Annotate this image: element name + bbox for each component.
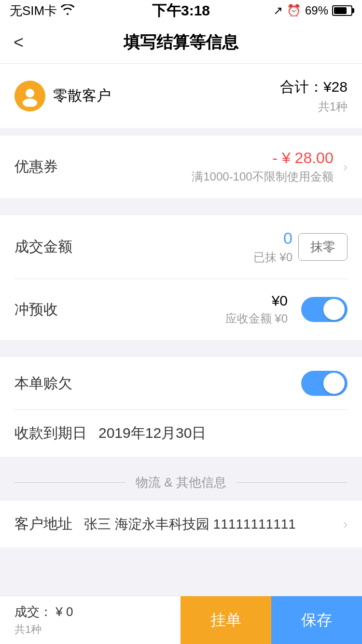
section-separator-1 [0,206,362,215]
hang-button[interactable]: 挂单 [181,596,271,644]
prepay-row: 冲预收 ¥0 应收金额 ¥0 [0,279,362,340]
wifi-icon [61,3,74,18]
total-amount: 合计：¥28 [280,77,348,97]
coupon-row[interactable]: 优惠券 - ¥ 28.00 满1000-100不限制使用金额 › [0,136,362,198]
prepay-toggle[interactable] [301,297,348,322]
address-row[interactable]: 客户地址 张三 海淀永丰科技园 11111111111 › [0,501,362,547]
bottom-summary: 成交： ¥ 0 共1种 [0,603,181,637]
logistics-label: 物流 & 其他信息 [136,474,226,491]
deal-amount-sub: 已抹 ¥0 [253,250,292,265]
due-date-label: 收款到期日 [14,423,87,443]
battery-icon [332,5,352,16]
chevron-right-icon: › [343,159,348,175]
debt-section: 本单赊欠 收款到期日 2019年12月30日 [0,357,362,457]
due-date-value: 2019年12月30日 [98,423,206,443]
coupon-amount: - ¥ 28.00 [192,149,333,167]
address-section[interactable]: 客户地址 张三 海淀永丰科技园 11111111111 › [0,501,362,547]
deal-amount-label: 成交金额 [14,237,72,257]
logistics-line-left [14,482,126,483]
customer-left: 零散客户 [14,81,111,112]
coupon-label: 优惠券 [14,157,58,177]
customer-right: 合计：¥28 共1种 [280,77,348,114]
toggle-knob [323,299,345,320]
coupon-right: - ¥ 28.00 满1000-100不限制使用金额 › [192,149,348,184]
total-count: 共1种 [280,99,348,114]
prepay-amount: ¥0 [272,293,288,309]
bottom-bar: 成交： ¥ 0 共1种 挂单 保存 [0,596,362,644]
prepay-right: ¥0 应收金额 ¥0 [225,293,348,326]
bottom-deal-label: 成交： ¥ 0 [14,603,166,620]
prepay-sub: 应收金额 ¥0 [225,311,288,326]
avatar [14,81,45,112]
customer-section: 零散客户 合计：¥28 共1种 [0,64,362,128]
logistics-section: 物流 & 其他信息 [0,464,362,501]
bottom-count-label: 共1种 [14,622,166,637]
customer-name: 零散客户 [53,86,111,106]
coupon-section[interactable]: 优惠券 - ¥ 28.00 满1000-100不限制使用金额 › [0,136,362,198]
deal-amount-section: 成交金额 0 已抹 ¥0 抹零 冲预收 ¥0 应收金额 ¥0 [0,215,362,340]
back-button[interactable]: < [14,32,24,53]
round-button[interactable]: 抹零 [298,233,348,261]
status-left: 无SIM卡 [10,2,74,19]
alarm-icon: ⏰ [287,4,301,17]
address-label: 客户地址 [14,514,72,534]
svg-point-0 [26,89,34,98]
network-label: 无SIM卡 [10,2,57,19]
page-title: 填写结算等信息 [124,31,238,54]
status-time: 下午3:18 [152,1,210,21]
status-bar: 无SIM卡 下午3:18 ↗ ⏰ 69% [0,0,362,21]
status-right: ↗ ⏰ 69% [273,4,352,17]
location-icon: ↗ [273,4,283,17]
deal-amount-value: 0 [253,229,292,248]
address-chevron-icon: › [343,517,348,532]
debt-row: 本单赊欠 [0,357,362,409]
deal-amount-right: 0 已抹 ¥0 抹零 [253,229,348,265]
coupon-desc: 满1000-100不限制使用金额 [192,169,333,184]
nav-bar: < 填写结算等信息 [0,21,362,64]
deal-amount-row: 成交金额 0 已抹 ¥0 抹零 [0,215,362,279]
battery-percentage: 69% [305,4,328,17]
address-value: 张三 海淀永丰科技园 11111111111 [84,515,328,533]
logistics-line-right [236,482,348,483]
customer-row: 零散客户 合计：¥28 共1种 [0,64,362,128]
save-button[interactable]: 保存 [271,596,362,644]
section-separator-2 [0,348,362,357]
debt-toggle-knob [323,373,345,394]
content: 零散客户 合计：¥28 共1种 优惠券 - ¥ 28.00 满1000-100不… [0,64,362,644]
prepay-amounts: ¥0 应收金额 ¥0 [225,293,288,326]
svg-point-1 [23,98,37,107]
debt-label: 本单赊欠 [14,374,72,393]
due-date-row: 收款到期日 2019年12月30日 [0,410,362,457]
debt-toggle[interactable] [301,371,348,396]
prepay-label: 冲预收 [14,300,58,320]
